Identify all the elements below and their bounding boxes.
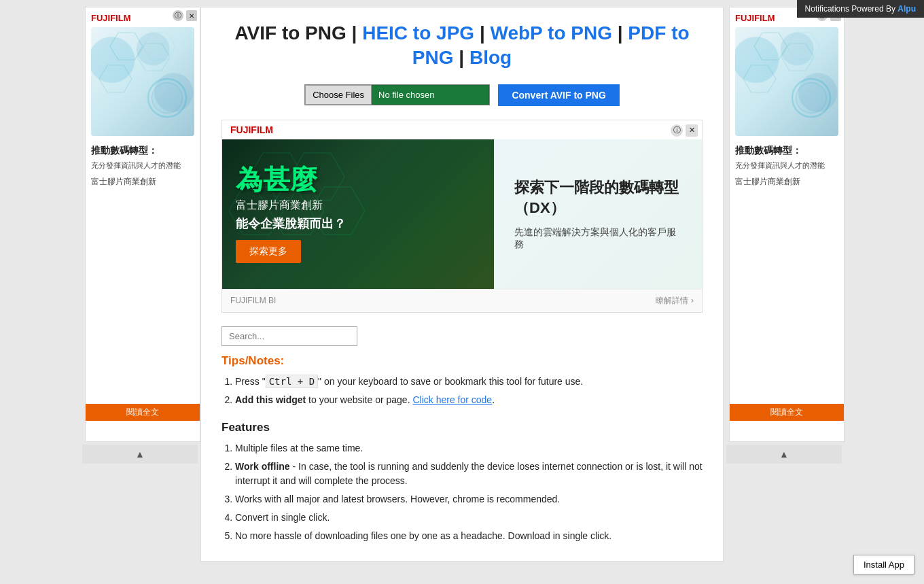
list-item: No more hassle of downloading files one …: [235, 529, 703, 543]
right-sidebar-tagline: 富士膠片商業創新: [735, 176, 825, 188]
right-sidebar-logo: FUJIFILM: [735, 13, 775, 23]
main-ad-image-text: 為甚麼: [236, 165, 480, 194]
right-scroll-up-button[interactable]: ▲: [726, 445, 842, 464]
left-sidebar-wrapper: ⓘ ✕ FUJIFILM: [82, 7, 198, 464]
file-input-group: Choose Files No file chosen: [304, 84, 490, 105]
click-here-link[interactable]: Click here for code: [412, 394, 492, 405]
left-sidebar-text: 推動數碼轉型： 充分發揮資訊與人才的潛能 富士膠片商業創新: [91, 141, 181, 190]
notification-text: Notifications Powered By: [805, 4, 898, 14]
search-input[interactable]: [221, 326, 357, 346]
left-sidebar-logo: FUJIFILM: [91, 13, 131, 23]
work-offline-bold: Work offline: [235, 461, 290, 472]
main-ad-close-icon[interactable]: ✕: [686, 124, 698, 137]
no-file-label: No file chosen: [372, 85, 489, 105]
left-scroll-up-button[interactable]: ▲: [82, 445, 198, 464]
svg-marker-14: [787, 33, 819, 60]
list-item: Add this widget to your website or page.…: [235, 393, 703, 407]
webp-to-png-link[interactable]: WebP to PNG: [491, 22, 612, 44]
tips-list: Press "Ctrl + D" on your keyboard to sav…: [235, 375, 703, 407]
right-sidebar-text: 推動數碼轉型： 充分發揮資訊與人才的潛能 富士膠片商業創新: [735, 141, 825, 190]
svg-marker-3: [143, 33, 175, 60]
main-ad-footer-left: FUJIFILM BI: [230, 296, 276, 305]
choose-files-button[interactable]: Choose Files: [305, 85, 372, 105]
main-ad-right-desc: 先進的雲端解決方案與個人化的客戶服務: [514, 226, 681, 251]
main-ad-right: 探索下一階段的數碼轉型（DX） 先進的雲端解決方案與個人化的客戶服務: [494, 139, 702, 289]
left-sidebar-heading: 推動數碼轉型：: [91, 144, 181, 158]
main-ad-image-subtext: 富士膠片商業創新: [236, 199, 480, 213]
main-ad-explore-button[interactable]: 探索更多: [236, 240, 301, 263]
list-item: Work offline - In case, the tool is runn…: [235, 460, 703, 488]
svg-point-5: [152, 83, 183, 114]
right-sidebar-heading: 推動數碼轉型：: [735, 144, 825, 158]
list-item: Multiple files at the same time.: [235, 441, 703, 456]
features-list: Multiple files at the same time. Work of…: [235, 441, 703, 543]
convert-button[interactable]: Convert AVIF to PNG: [498, 84, 619, 106]
left-ad-close-icon[interactable]: ✕: [186, 10, 197, 21]
main-ad-inner: 為甚麼 富士膠片商業創新 能令企業脫穎而出？ 探索更多 探索下一階段的數碼轉型（…: [222, 139, 702, 289]
right-ad-inner: FUJIFILM 推動數碼轉型： 充分發揮資訊與人才的潛能 富士: [730, 7, 844, 441]
title-static: AVIF to PNG |: [234, 22, 362, 44]
list-item: Press "Ctrl + D" on your keyboard to sav…: [235, 375, 703, 389]
tips-heading: Tips/Notes:: [221, 354, 703, 368]
main-ad-top-bar: FUJIFILM: [222, 120, 702, 139]
left-ad-inner: FUJIFILM 推動數碼轉型： 充分發揮資訊與人才的潛能: [86, 7, 200, 441]
svg-point-16: [796, 83, 827, 114]
features-heading: Features: [221, 421, 703, 434]
right-sidebar-wrapper: ⓘ ✕ FUJIFILM 推動數碼轉型：: [726, 7, 842, 464]
right-sidebar-graphic: [735, 27, 838, 136]
ctrl-d-code: Ctrl + D: [266, 375, 318, 388]
hex-svg: [91, 27, 194, 136]
right-hex-svg: [735, 27, 838, 136]
svg-marker-13: [743, 65, 776, 92]
left-sidebar-tagline: 富士膠片商業創新: [91, 176, 181, 188]
main-ad-image-tagline: 能令企業脫穎而出？: [236, 216, 480, 232]
list-item: Works with all major and latest browsers…: [235, 492, 703, 506]
left-ad-controls: ⓘ ✕: [173, 10, 197, 21]
notification-bar: Notifications Powered By Alpu: [797, 0, 924, 18]
list-item: Convert in single click.: [235, 511, 703, 525]
file-area: Choose Files No file chosen Convert AVIF…: [221, 84, 703, 106]
main-ad-footer: FUJIFILM BI 瞭解詳情 ›: [222, 289, 702, 312]
page-wrapper: ⓘ ✕ FUJIFILM: [0, 0, 924, 584]
right-sidebar-ad: ⓘ ✕ FUJIFILM 推動數碼轉型：: [729, 7, 845, 442]
notification-brand: Alpu: [898, 4, 916, 14]
right-sidebar-subtext: 充分發揮資訊與人才的潛能: [735, 160, 825, 171]
right-sidebar-bottom-bar[interactable]: 閱讀全文: [730, 404, 844, 421]
main-content: AVIF to PNG | HEIC to JPG | WebP to PNG …: [200, 7, 724, 562]
heic-to-jpg-link[interactable]: HEIC to JPG: [362, 22, 474, 44]
svg-marker-2: [99, 65, 132, 92]
main-ad-info-icon[interactable]: ⓘ: [671, 124, 683, 137]
main-ad-right-title: 探索下一階段的數碼轉型（DX）: [514, 177, 681, 218]
left-sidebar-graphic: [91, 27, 194, 136]
install-app-button[interactable]: Install App: [853, 555, 914, 574]
search-section: Tips/Notes: Press "Ctrl + D" on your key…: [221, 326, 703, 543]
blog-link[interactable]: Blog: [469, 47, 512, 68]
main-ad-chevron-icon: ›: [691, 296, 694, 305]
left-sidebar-bottom-bar[interactable]: 閱讀全文: [86, 404, 200, 421]
main-ad-banner: ⓘ ✕ FUJIFILM: [221, 120, 703, 313]
main-ad-footer-right-text: 瞭解詳情: [656, 295, 688, 307]
main-ad-footer-right[interactable]: 瞭解詳情 ›: [656, 295, 694, 307]
main-ad-logo: FUJIFILM: [230, 124, 273, 135]
main-ad-image: 為甚麼 富士膠片商業創新 能令企業脫穎而出？ 探索更多: [222, 139, 494, 289]
main-ad-controls: ⓘ ✕: [671, 124, 698, 137]
left-sidebar-subtext: 充分發揮資訊與人才的潛能: [91, 160, 181, 171]
page-title: AVIF to PNG | HEIC to JPG | WebP to PNG …: [221, 21, 703, 71]
left-sidebar-ad: ⓘ ✕ FUJIFILM: [85, 7, 200, 442]
page-header: AVIF to PNG | HEIC to JPG | WebP to PNG …: [221, 21, 703, 71]
add-widget-bold: Add this widget: [235, 394, 306, 405]
left-ad-info-icon[interactable]: ⓘ: [173, 10, 183, 21]
